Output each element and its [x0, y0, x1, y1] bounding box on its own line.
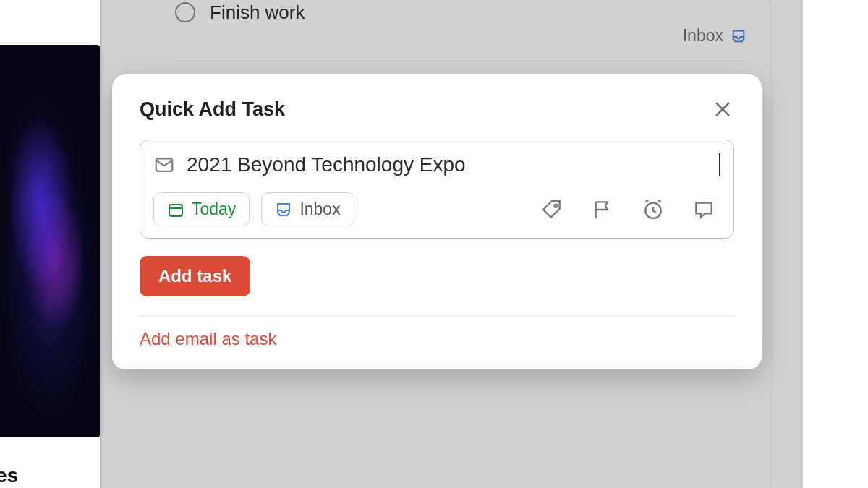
task-options-row: Today Inbox: [153, 192, 720, 226]
close-button[interactable]: [711, 98, 734, 121]
article-headline-fragment: es a series: [0, 464, 103, 487]
mail-icon: [153, 154, 175, 176]
modal-header: Quick Add Task: [140, 98, 734, 121]
inbox-icon: [275, 201, 292, 218]
priority-button[interactable]: [590, 197, 615, 222]
article-thumbnail: [0, 45, 100, 437]
project-chip[interactable]: Inbox: [261, 192, 354, 226]
modal-divider: [140, 315, 734, 316]
quick-add-task-modal: Quick Add Task Today Inbox: [112, 74, 762, 369]
alarm-icon: [642, 198, 665, 221]
comment-icon: [692, 198, 715, 221]
reminder-button[interactable]: [641, 197, 665, 222]
add-task-button[interactable]: Add task: [140, 256, 250, 296]
modal-title: Quick Add Task: [140, 98, 285, 121]
project-chip-label: Inbox: [299, 200, 340, 219]
svg-point-5: [554, 204, 557, 207]
article-sidebar: es a series: [0, 0, 100, 488]
close-icon: [712, 99, 733, 119]
task-input-line: [153, 153, 720, 176]
calendar-icon: [167, 201, 184, 218]
task-input-container: Today Inbox: [140, 140, 734, 239]
task-name-input[interactable]: [187, 153, 718, 176]
schedule-chip-label: Today: [192, 200, 236, 219]
add-email-as-task-link[interactable]: Add email as task: [140, 329, 276, 349]
comment-button[interactable]: [692, 197, 716, 222]
label-button[interactable]: [540, 197, 564, 222]
tag-icon: [540, 198, 563, 221]
svg-rect-3: [169, 205, 182, 216]
task-action-icons: [540, 197, 720, 222]
schedule-chip[interactable]: Today: [153, 192, 250, 226]
text-cursor: [719, 153, 720, 176]
flag-icon: [591, 198, 614, 221]
